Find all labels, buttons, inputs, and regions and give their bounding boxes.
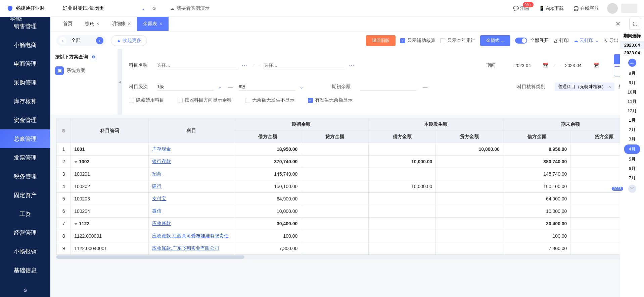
tab[interactable]: 总账✕ xyxy=(79,17,105,31)
sidebar-item[interactable]: 销售管理 xyxy=(0,17,50,36)
level-from[interactable] xyxy=(157,83,214,91)
amount-mode-button[interactable]: 金额式⌄ xyxy=(480,35,510,46)
scope-selector[interactable]: ‹ 全部 › xyxy=(56,35,106,46)
settings-icon[interactable]: ⚙ xyxy=(152,6,156,11)
account-type-chip[interactable]: 普通科目（无特殊核算）✕ xyxy=(555,82,614,91)
scroll-down-icon[interactable]: ︾ xyxy=(628,185,636,193)
table-settings-icon[interactable]: ⚙ xyxy=(57,118,71,143)
filter-title: 按以下方案查询 ⚙ xyxy=(55,54,113,60)
fullscreen-icon[interactable] xyxy=(629,18,641,30)
tab[interactable]: 明细账✕ xyxy=(105,17,137,31)
period-from[interactable]: 📅 xyxy=(514,63,548,68)
sidebar-item[interactable]: 库存核算 xyxy=(0,92,50,111)
period-month[interactable]: 9月 xyxy=(620,78,644,87)
export-button[interactable]: ⇱导出 xyxy=(604,38,618,44)
sidebar-item[interactable]: 小畅报销 xyxy=(0,242,50,261)
expand-icon[interactable] xyxy=(74,223,78,225)
show-year-checkbox[interactable]: 显示本年累计 xyxy=(440,38,475,44)
subject-name-from[interactable] xyxy=(157,61,238,69)
user-extra[interactable] xyxy=(621,4,637,13)
row-subject[interactable]: 微信 xyxy=(149,205,234,218)
scroll-up-icon[interactable]: ︽ xyxy=(628,59,636,67)
back-old-button[interactable]: 退回旧版 xyxy=(366,35,396,46)
chip-remove-icon[interactable]: ✕ xyxy=(608,85,611,89)
row-subject[interactable]: 库存现金 xyxy=(149,143,234,156)
subject-name-to[interactable] xyxy=(264,61,345,69)
sidebar-item[interactable]: 基础信息 xyxy=(0,261,50,280)
row-subject[interactable]: 应收账款.江西真可爱布娃娃有限责任 xyxy=(149,230,234,242)
by-direction-checkbox[interactable]: 按照科目方向显示余额 xyxy=(178,97,232,103)
tab[interactable]: 首页 xyxy=(57,17,79,31)
calendar-icon[interactable]: 📅 xyxy=(543,63,548,68)
expand-icon[interactable] xyxy=(74,161,78,163)
row-subject[interactable]: 招商 xyxy=(149,168,234,180)
row-subject[interactable]: 应收账款.广东飞翔实业有限公司 xyxy=(149,242,234,255)
period-month[interactable]: 12月 xyxy=(620,106,644,116)
app-download-link[interactable]: 📱 App下载 xyxy=(539,5,564,11)
sidebar-item[interactable]: 经营管理 xyxy=(0,223,50,242)
sidebar-item[interactable]: 电商管理 xyxy=(0,54,50,73)
period-month[interactable]: 1月 xyxy=(620,116,644,125)
calendar-icon[interactable]: 📅 xyxy=(593,63,599,68)
edition-label: 标准版 xyxy=(10,16,22,22)
no-balance-checkbox[interactable]: 无余额无发生不显示 xyxy=(245,97,294,103)
scope-next-icon[interactable]: › xyxy=(96,37,103,44)
sidebar-item[interactable]: 总账管理 xyxy=(0,129,50,148)
level-to[interactable] xyxy=(239,83,295,91)
lookup-icon[interactable]: ⋯ xyxy=(242,62,247,69)
scrollbar-thumb[interactable] xyxy=(56,255,244,259)
sidebar-item[interactable]: 发票管理 xyxy=(0,148,50,167)
expand-all-toggle[interactable] xyxy=(515,38,527,44)
print-button[interactable]: 🖨打印 xyxy=(553,38,569,44)
demo-link[interactable]: ☁ 我要看实例演示 xyxy=(170,5,210,11)
cloud-print-button[interactable]: ☁云打印⌄ xyxy=(573,38,599,44)
row-subject[interactable]: 银行存款 xyxy=(149,156,234,168)
period-month[interactable]: 11月 xyxy=(620,97,644,106)
chevron-down-icon[interactable]: ⌄ xyxy=(218,84,222,90)
chevron-down-icon[interactable]: ⌄ xyxy=(300,84,304,90)
period-month[interactable]: 4月 xyxy=(624,144,640,154)
hide-disabled-checkbox[interactable]: 隐藏禁用科目 xyxy=(129,97,164,103)
period-month[interactable]: 5月 xyxy=(620,155,644,164)
collapse-handle-icon[interactable]: ◀ xyxy=(118,49,122,115)
collapse-more-button[interactable]: ▲ 收起更多 xyxy=(111,35,147,46)
period-month[interactable]: 10月 xyxy=(620,87,644,97)
message-link[interactable]: 💬 消息 99 + xyxy=(513,5,530,11)
row-subject[interactable]: 应收账款 xyxy=(149,218,234,230)
sidebar-item[interactable]: 小畅电商 xyxy=(0,36,50,54)
period-month[interactable]: 7月 xyxy=(620,173,644,183)
filter-gear-icon[interactable]: ⚙ xyxy=(91,54,96,60)
product-dropdown-icon[interactable]: ⌄ xyxy=(141,6,145,11)
sidebar-item[interactable]: 税务管理 xyxy=(0,167,50,186)
close-icon[interactable]: ✕ xyxy=(159,21,163,26)
period-month[interactable]: 8月 xyxy=(620,69,644,78)
period-year[interactable]: 2023.04 xyxy=(620,49,644,57)
close-icon[interactable]: ✕ xyxy=(128,21,131,26)
lookup-icon[interactable]: ⋯ xyxy=(349,62,355,69)
period-year[interactable]: 2023.04 xyxy=(620,41,644,49)
sidebar-item[interactable]: 固定资产 xyxy=(0,186,50,204)
period-month[interactable]: 2月 xyxy=(620,125,644,134)
close-icon[interactable]: ✕ xyxy=(96,21,99,26)
tab[interactable]: 余额表✕ xyxy=(137,17,169,31)
customer-service-link[interactable]: 🎧 在线客服 xyxy=(573,5,599,11)
table-row: 71122应收账款30,400.0030,400.00 xyxy=(57,218,638,230)
begin-balance-input[interactable] xyxy=(360,83,417,91)
scope-prev-icon[interactable]: ‹ xyxy=(59,37,66,44)
row-subject[interactable]: 支付宝 xyxy=(149,193,234,205)
period-to[interactable]: 📅 xyxy=(565,63,599,68)
close-tab-icon[interactable]: ✕ xyxy=(613,19,623,28)
user-avatar[interactable] xyxy=(607,3,618,14)
has-occur-checkbox[interactable]: ✓有发生无余额显示 xyxy=(308,97,353,103)
horizontal-scrollbar[interactable] xyxy=(56,255,638,259)
sidebar-settings-icon[interactable]: ⚙ xyxy=(0,284,50,297)
sidebar-item[interactable]: 工资 xyxy=(0,204,50,223)
sidebar-item[interactable]: 采购管理 xyxy=(0,73,50,92)
row-subject[interactable]: 建行 xyxy=(149,180,234,193)
period-month[interactable]: 6月 xyxy=(620,164,644,173)
show-aux-checkbox[interactable]: ✓显示辅助核算 xyxy=(400,38,435,44)
system-plan[interactable]: ▣ 系统方案 xyxy=(55,66,113,75)
period-month[interactable]: 3月 xyxy=(620,134,644,144)
sidebar-item[interactable]: 资金管理 xyxy=(0,111,50,129)
level-label: 科目级次 xyxy=(129,84,153,90)
